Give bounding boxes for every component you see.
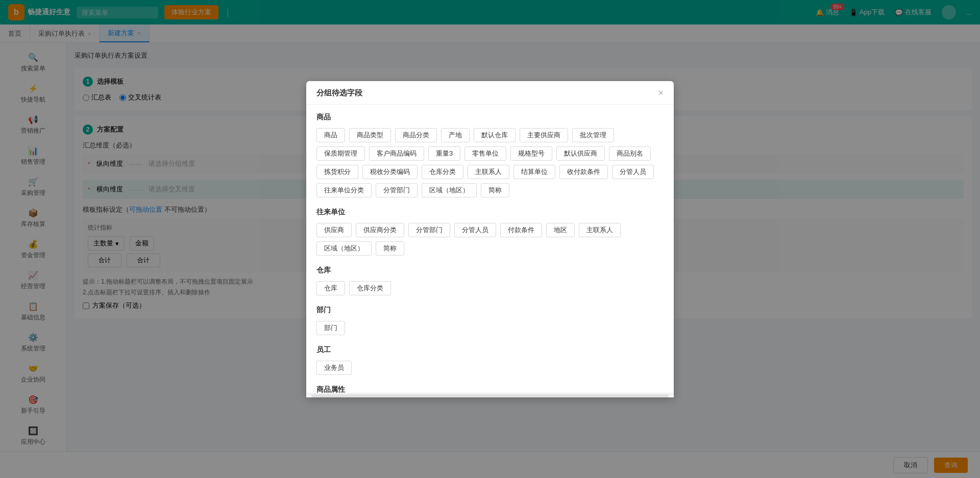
field-tag-supplier-cat[interactable]: 供应商分类 (356, 223, 404, 237)
field-tag-supervisor[interactable]: 分管人员 (612, 165, 654, 179)
field-tag-dept[interactable]: 分管部门 (376, 183, 418, 197)
field-tag-supervise-dept[interactable]: 分管部门 (408, 223, 450, 237)
field-group-counterpart-title: 往来单位 (316, 208, 664, 217)
field-tags-department: 部门 (316, 321, 664, 335)
field-group-department: 部门 部门 (316, 306, 664, 335)
field-group-goods-title: 商品 (316, 113, 664, 122)
field-group-employee: 员工 业务员 (316, 345, 664, 375)
field-tags-warehouse: 仓库 仓库分类 (316, 281, 664, 295)
field-tag-supervise-person[interactable]: 分管人员 (454, 223, 496, 237)
field-tag-goods-alias[interactable]: 商品别名 (609, 146, 651, 161)
field-tag-goods-category[interactable]: 商品分类 (395, 128, 437, 142)
dialog-hscroll[interactable] (306, 393, 674, 397)
field-group-product-attr-title: 商品属性 (316, 385, 664, 393)
field-tag-tax-code[interactable]: 税收分类编码 (362, 165, 418, 179)
field-tag-supplier[interactable]: 供应商 (316, 223, 352, 237)
field-tag-pick-points[interactable]: 拣货积分 (316, 165, 358, 179)
field-tag-goods[interactable]: 商品 (316, 128, 345, 142)
dialog-overlay: 分组待选字段 × 商品 商品 商品类型 商品分类 产地 默认仓库 主要供应商 批… (0, 0, 980, 478)
field-tag-weight[interactable]: 重量3 (428, 146, 460, 161)
field-tag-spec-model[interactable]: 规格型号 (510, 146, 552, 161)
field-tag-main-contact[interactable]: 主联系人 (468, 165, 509, 179)
field-tag-counterpart-cat[interactable]: 往来单位分类 (316, 183, 372, 197)
dialog-body: 商品 商品 商品类型 商品分类 产地 默认仓库 主要供应商 批次管理 保质期管理… (306, 105, 674, 393)
field-tag-goods-type[interactable]: 商品类型 (349, 128, 391, 142)
field-tag-settlement-unit[interactable]: 结算单位 (513, 165, 555, 179)
field-group-department-title: 部门 (316, 306, 664, 315)
field-tags-counterpart: 供应商 供应商分类 分管部门 分管人员 付款条件 地区 主联系人 区域（地区） … (316, 223, 664, 256)
field-tag-default-warehouse[interactable]: 默认仓库 (474, 128, 516, 142)
dialog-close-btn[interactable]: × (658, 88, 664, 97)
field-tags-employee: 业务员 (316, 361, 664, 375)
dialog-header: 分组待选字段 × (306, 81, 674, 105)
field-tag-customer-code[interactable]: 客户商品编码 (369, 146, 424, 161)
field-group-product-attr: 商品属性 属性 颜色 多规格 尺码 鞋码 1 (316, 385, 664, 393)
field-group-warehouse-title: 仓库 (316, 266, 664, 275)
field-tag-payment-cond[interactable]: 付款条件 (500, 223, 542, 237)
field-tag-default-supplier[interactable]: 默认供应商 (556, 146, 605, 161)
field-tag-warehouse[interactable]: 仓库 (316, 281, 345, 295)
field-tag-retail-unit[interactable]: 零售单位 (464, 146, 506, 161)
field-group-warehouse: 仓库 仓库 仓库分类 (316, 266, 664, 295)
field-tag-region2[interactable]: 区域（地区） (316, 241, 372, 256)
field-tag-department[interactable]: 部门 (316, 321, 345, 335)
field-group-counterpart: 往来单位 供应商 供应商分类 分管部门 分管人员 付款条件 地区 主联系人 区域… (316, 208, 664, 256)
field-tag-warehouse-cat[interactable]: 仓库分类 (422, 165, 463, 179)
field-tags-goods: 商品 商品类型 商品分类 产地 默认仓库 主要供应商 批次管理 保质期管理 客户… (316, 128, 664, 197)
dialog-title: 分组待选字段 (316, 88, 362, 98)
field-group-goods: 商品 商品 商品类型 商品分类 产地 默认仓库 主要供应商 批次管理 保质期管理… (316, 113, 664, 197)
field-tag-salesperson[interactable]: 业务员 (316, 361, 352, 375)
field-tag-area[interactable]: 地区 (546, 223, 575, 237)
field-tag-main-supplier[interactable]: 主要供应商 (520, 128, 568, 142)
field-tag-warehouse-category[interactable]: 仓库分类 (349, 281, 391, 295)
field-tag-short-name2[interactable]: 简称 (376, 241, 404, 256)
field-tag-batch-mgmt[interactable]: 批次管理 (572, 128, 614, 142)
field-tag-origin[interactable]: 产地 (441, 128, 470, 142)
field-group-employee-title: 员工 (316, 345, 664, 355)
field-select-dialog: 分组待选字段 × 商品 商品 商品类型 商品分类 产地 默认仓库 主要供应商 批… (306, 81, 674, 397)
field-tag-short-name[interactable]: 简称 (481, 183, 509, 197)
field-tag-expiry-mgmt[interactable]: 保质期管理 (316, 146, 365, 161)
field-tag-region[interactable]: 区域（地区） (422, 183, 477, 197)
field-tag-payment-terms[interactable]: 收付款条件 (559, 165, 608, 179)
field-tag-main-contact2[interactable]: 主联系人 (579, 223, 621, 237)
